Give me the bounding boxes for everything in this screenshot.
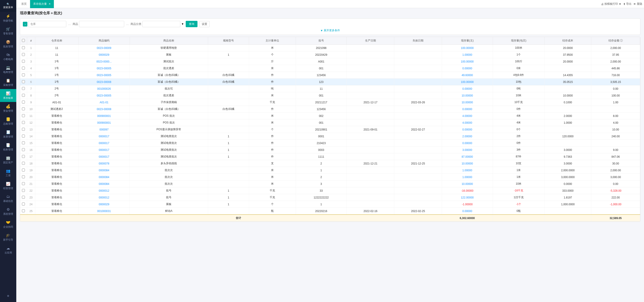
row-code-link[interactable]: 0000012 xyxy=(98,189,109,192)
row-code-link[interactable]: 0023-0000... xyxy=(96,60,112,63)
row-checkbox[interactable] xyxy=(22,80,25,83)
sidebar-item-invoice[interactable]: 🧾 发票管理 xyxy=(0,128,16,141)
row-code-link[interactable]: 0000084 xyxy=(98,182,109,186)
sidebar-item-retail[interactable]: 🛒 零售管理 xyxy=(0,25,16,38)
row-code-link[interactable]: 0000078 xyxy=(98,162,109,165)
row-checkbox[interactable] xyxy=(22,189,25,192)
row-qty-link[interactable]: 2.00000 xyxy=(462,135,472,138)
row-checkbox[interactable] xyxy=(22,182,25,185)
row-checkbox[interactable] xyxy=(22,87,25,90)
row-code-link[interactable]: A01-01 xyxy=(100,101,108,104)
sidebar-item-basic[interactable]: 🗂 基础信息 xyxy=(0,192,16,205)
row-code-link[interactable]: 0000084 xyxy=(98,176,109,179)
row-checkbox[interactable] xyxy=(22,155,25,158)
sidebar-item-ops[interactable]: 📈 经营管理 xyxy=(0,180,16,192)
row-qty-link[interactable]: 1.00000 xyxy=(462,169,472,172)
row-code-link[interactable]: 0000084 xyxy=(98,169,109,172)
row-qty-link[interactable]: -1.00000 xyxy=(462,203,472,206)
row-checkbox[interactable] xyxy=(22,203,25,206)
sidebar-item-cloud[interactable]: ☁ 云应用 xyxy=(0,244,16,257)
row-qty-link[interactable]: 1.00000 xyxy=(462,176,472,179)
row-checkbox[interactable] xyxy=(22,46,25,49)
row-qty-link[interactable]: 10.00000 xyxy=(462,182,473,186)
row-code-link[interactable]: 001000026 xyxy=(97,87,111,90)
sidebar-search[interactable]: 🔍 搜索菜单 xyxy=(0,0,16,12)
row-checkbox[interactable] xyxy=(22,169,25,172)
sidebar-item-wholesale[interactable]: 📦 批发管理 xyxy=(0,38,16,51)
warehouse-input[interactable] xyxy=(28,21,66,27)
sidebar-item-purchase[interactable]: 📋 采购管理 xyxy=(0,76,16,89)
row-qty-link[interactable]: 10.00000 xyxy=(462,101,473,104)
search-button[interactable]: 查询 xyxy=(186,21,198,27)
filter-expand-btn-left[interactable]: › xyxy=(23,22,27,27)
row-checkbox[interactable] xyxy=(22,60,25,63)
sidebar-settings[interactable]: ⚙ xyxy=(6,292,10,300)
row-qty-link[interactable]: 0.00000 xyxy=(462,67,472,70)
row-code-link[interactable]: 0000012 xyxy=(98,196,109,199)
row-qty-link[interactable]: 4.00000 xyxy=(462,114,472,118)
row-code-link[interactable]: 0023-00009 xyxy=(97,46,111,50)
row-code-link[interactable]: 000900001 xyxy=(97,114,111,118)
row-code-link[interactable]: 0000017 xyxy=(98,155,109,158)
sidebar-item-fixed-assets[interactable]: 🏢 固定资产 xyxy=(0,154,16,167)
sidebar-item-ecom[interactable]: 💻 电商管理 xyxy=(0,63,16,76)
row-qty-link[interactable]: 0.00000 xyxy=(462,210,472,213)
sidebar-item-mini-ecom[interactable]: 🛍 小鹅电商 xyxy=(0,51,16,63)
sidebar-item-collab[interactable]: 🤝 企业协同 xyxy=(0,218,16,231)
tab-close-button[interactable]: ✕ xyxy=(49,3,51,6)
row-code-link[interactable]: 0000017 xyxy=(98,135,109,138)
sidebar-item-assets[interactable]: 💰 资金管理 xyxy=(0,102,16,115)
expand-conditions-button[interactable]: ▼ 展开更多条件 xyxy=(320,29,340,32)
sidebar-item-system[interactable]: ⚙ 系统管理 xyxy=(0,205,16,218)
row-code-link[interactable]: 0000017 xyxy=(98,141,109,145)
row-qty-link[interactable]: 100.00000 xyxy=(461,80,474,84)
row-code-link[interactable]: 000900001 xyxy=(97,121,111,124)
settings-button[interactable]: 设置 xyxy=(199,21,210,27)
row-qty-link[interactable]: 100.00000 xyxy=(461,46,474,50)
category-input[interactable] xyxy=(142,21,180,27)
row-qty-link[interactable]: 100.00000 xyxy=(461,60,474,63)
row-checkbox[interactable] xyxy=(22,162,25,165)
sidebar-item-inventory[interactable]: 📊 库存核算 xyxy=(0,89,16,102)
print-action[interactable]: 🖨 按模板打印 ▼ xyxy=(601,2,622,6)
row-checkbox[interactable] xyxy=(22,196,25,199)
row-code-link[interactable]: 0000029 xyxy=(98,203,109,206)
sidebar-item-quick-nav[interactable]: ⚡ 快捷导航 xyxy=(0,12,16,25)
row-checkbox[interactable] xyxy=(22,141,25,144)
tab-home[interactable]: 首页 xyxy=(18,0,30,8)
row-checkbox[interactable] xyxy=(22,114,25,117)
row-checkbox[interactable] xyxy=(22,101,25,103)
row-code-link[interactable]: 0023-00005 xyxy=(97,94,111,97)
row-code-link[interactable]: 000097 xyxy=(100,128,108,131)
tab-inventory-batch[interactable]: 库存批次量 ✕ xyxy=(30,0,54,8)
row-checkbox[interactable] xyxy=(22,148,25,151)
row-qty-link[interactable]: -16.00000 xyxy=(461,189,474,192)
row-checkbox[interactable] xyxy=(22,107,25,110)
row-code-link[interactable]: 0000017 xyxy=(98,148,109,152)
show-hide-action[interactable]: 👁 显隐 xyxy=(633,2,642,6)
row-code-link[interactable]: 0023-00005 xyxy=(97,67,111,70)
row-checkbox[interactable] xyxy=(22,121,25,124)
row-qty-link[interactable]: 10.00000 xyxy=(462,162,473,165)
row-qty-link[interactable]: 10.00000 xyxy=(462,94,473,97)
row-qty-link[interactable]: 0.00000 xyxy=(462,108,472,111)
row-code-link[interactable]: 0000029 xyxy=(98,53,109,56)
export-action[interactable]: ⬆ 导出 xyxy=(623,2,632,6)
row-checkbox[interactable] xyxy=(22,128,25,131)
row-checkbox[interactable] xyxy=(22,53,25,56)
row-checkbox[interactable] xyxy=(22,134,25,137)
row-qty-link[interactable]: 0.00000 xyxy=(462,141,472,145)
row-qty-link[interactable]: 49.60000 xyxy=(462,74,473,77)
row-checkbox[interactable] xyxy=(22,67,25,70)
sidebar-item-tax[interactable]: 📑 税务管理 xyxy=(0,141,16,154)
sidebar-item-general[interactable]: 📒 总账管理 xyxy=(0,115,16,128)
sidebar-item-hr[interactable]: 👥 工资 xyxy=(0,167,16,180)
row-qty-link[interactable]: 1.00000 xyxy=(462,53,472,56)
row-qty-link[interactable]: 0.00000 xyxy=(462,87,472,90)
row-code-link[interactable]: 0023-00005 xyxy=(97,74,111,77)
row-qty-link[interactable]: 3.00000 xyxy=(462,148,472,152)
row-code-link[interactable]: 001000031 xyxy=(97,210,111,213)
row-code-link[interactable]: 0023-00008 xyxy=(97,108,111,111)
row-code-link[interactable]: 0023-00008 xyxy=(97,80,111,84)
row-checkbox[interactable] xyxy=(22,73,25,76)
